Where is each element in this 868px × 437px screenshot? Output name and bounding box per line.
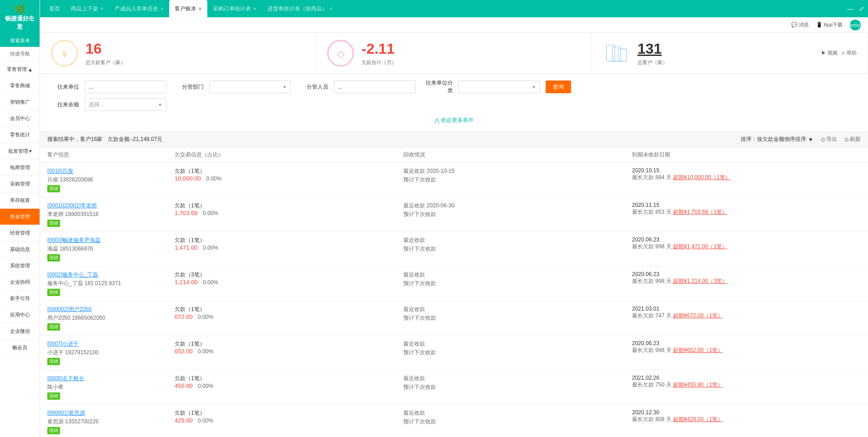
sidebar-item-retail-stats[interactable]: 零售统计 bbox=[0, 127, 40, 143]
table-row: [0006]去下粮仓 陈小希 现销 欠款（1笔） 455.90 0.00% 最近… bbox=[40, 370, 868, 405]
help-button[interactable]: ⊙ 帮助 bbox=[841, 50, 857, 56]
sidebar-item-retail-mgmt[interactable]: 零售管理 ▲ bbox=[0, 61, 40, 78]
debt-info-cell: 欠款（1笔） 1,471.00 0.00% bbox=[175, 236, 403, 251]
tab-stock-history[interactable]: 产成品入库单历史 ✕ bbox=[109, 0, 169, 17]
debt-info-cell: 欠款（1笔） 652.00 0.00% bbox=[175, 340, 403, 355]
maximize-icon[interactable]: ⤢ bbox=[859, 5, 864, 12]
customer-info-cell: [0002]服务中心_丁磊 服务中心_丁磊 181 0125 8371 现销 bbox=[47, 271, 175, 296]
overdue-amount[interactable]: 超期¥1,471.00（1笔） bbox=[673, 243, 728, 250]
sidebar-item-member-center[interactable]: 会员中心 bbox=[0, 111, 40, 127]
refresh-icon: ⊙ bbox=[844, 136, 849, 143]
sidebar-item-basic-info[interactable]: 基础信息 bbox=[0, 241, 40, 258]
customer-contact: 黄思源 13552700226 bbox=[47, 418, 175, 426]
sidebar-item-quick-nav[interactable]: 快捷导航 bbox=[0, 47, 40, 61]
debt-pct: 0.00% bbox=[198, 314, 213, 320]
sidebar-item-vip-member[interactable]: 畅会员 bbox=[0, 340, 40, 356]
customer-tag: 现销 bbox=[47, 185, 60, 192]
sidebar-item-finance[interactable]: 资金管理 bbox=[0, 209, 40, 225]
close-icon[interactable]: ✕ bbox=[160, 6, 164, 11]
refresh-button[interactable]: ⊙ 刷新 bbox=[844, 136, 861, 143]
customer-code[interactable]: [0002]服务中心_丁磊 bbox=[47, 271, 175, 279]
debt-count: 欠款（1笔） bbox=[175, 375, 403, 382]
user-bar: 💬 消息 📱 App下载 demo2 bbox=[40, 17, 868, 33]
overdue-days: 最长欠款 884 天 bbox=[632, 174, 673, 181]
overdue-amount[interactable]: 超期¥1,703.68（1笔） bbox=[673, 209, 728, 215]
filter-select-dept[interactable]: ▼ bbox=[209, 80, 291, 93]
tab-home[interactable]: 首页 bbox=[44, 0, 65, 17]
sidebar-item-search-menu[interactable]: 搜索菜单 bbox=[0, 35, 40, 47]
overdue-amount[interactable]: 超期¥455.90（1笔） bbox=[673, 382, 723, 388]
debt-amount: 1,214.00 bbox=[175, 279, 198, 286]
customer-tag: 现销 bbox=[47, 289, 60, 296]
message-button[interactable]: 💬 消息 bbox=[791, 21, 809, 28]
customer-code[interactable]: [0007]小进干 bbox=[47, 340, 175, 348]
customer-code[interactable]: [000002]用户2050 bbox=[47, 306, 175, 313]
sidebar-item-batch-mgmt[interactable]: 批发管理 ▾ bbox=[0, 143, 40, 160]
debt-info-cell: 欠款（1笔） 455.90 0.00% bbox=[175, 375, 403, 389]
collapse-button[interactable]: ⋀ 收起更多条件 bbox=[47, 115, 861, 126]
collect-info-cell: 最近收款 预计下次收款 bbox=[403, 409, 632, 426]
overdue-amount[interactable]: 超期¥1,214.00（3笔） bbox=[673, 278, 728, 284]
tab-products[interactable]: 商品上下架 ✕ bbox=[65, 0, 109, 17]
sidebar-item-warehouse[interactable]: 库存核算 bbox=[0, 192, 40, 209]
customer-code[interactable]: [0016]吕俊 bbox=[47, 167, 175, 175]
debt-amount: 1,471.00 bbox=[175, 244, 198, 251]
debt-pct: 0.00% bbox=[203, 245, 218, 251]
avatar[interactable]: demo2 bbox=[850, 20, 861, 30]
table-row: [000002]用户2050 用户2050 18665062050 现销 欠款（… bbox=[40, 301, 868, 336]
sidebar-item-enterprise-wechat[interactable]: 企业微信 bbox=[0, 323, 40, 340]
svg-rect-4 bbox=[607, 45, 615, 61]
overdue-amount[interactable]: 超期¥672.00（1笔） bbox=[673, 312, 723, 319]
filter-row-1: 往来单位 ... 分管部门 ▼ 分管人员 ... 往来单位分类 ▼ bbox=[47, 79, 861, 95]
debt-amount: 10,000.00 bbox=[175, 175, 201, 182]
overdue-days: 最长欠款 998 天 bbox=[632, 347, 673, 353]
close-icon[interactable]: ✕ bbox=[329, 6, 333, 11]
phone-icon: 📱 bbox=[816, 22, 823, 27]
query-button[interactable]: 查询 bbox=[546, 80, 571, 93]
tab-bar: 首页 商品上下架 ✕ 产成品入库单历史 ✕ 客户账本 ✕ 采购订单统计表 ✕ 进… bbox=[40, 0, 868, 17]
app-logo[interactable]: 🌿 畅捷通好生意 bbox=[0, 0, 40, 35]
filter-select-unit-type[interactable]: ▼ bbox=[458, 80, 540, 93]
overdue-amount[interactable]: 超期¥10,000.00（1笔） bbox=[673, 174, 731, 181]
customer-code[interactable]: [0006]去下粮仓 bbox=[47, 375, 175, 382]
overdue-amount[interactable]: 超期¥429.00（1笔） bbox=[673, 416, 723, 422]
filter-input-manager[interactable]: ... bbox=[334, 80, 416, 93]
customer-info-cell: [000001]黄思源 黄思源 13552700226 现销 bbox=[47, 409, 175, 434]
sidebar-item-app-center[interactable]: 应用中心 bbox=[0, 307, 40, 323]
debt-count: 欠款（1笔） bbox=[175, 236, 403, 244]
sidebar-item-system-mgmt[interactable]: 系统管理 bbox=[0, 258, 40, 274]
minimize-icon[interactable]: — bbox=[847, 5, 853, 12]
tab-customer-account[interactable]: 客户账本 ✕ bbox=[169, 0, 207, 17]
export-button[interactable]: ⊙ 导出 bbox=[821, 136, 837, 143]
app-download-button[interactable]: 📱 App下载 bbox=[816, 21, 843, 28]
tab-stock-stats[interactable]: 进货单统计表（按商品） ✕ bbox=[262, 0, 338, 17]
stat-card-debt: ◇ -2.11 欠款合计（万） bbox=[316, 33, 592, 73]
next-collect: 预计下次收款 bbox=[403, 349, 632, 357]
filter-input-unit[interactable]: ... bbox=[85, 80, 166, 93]
sort-select[interactable]: 排序：按欠款金额倒序排序 ▼ bbox=[741, 136, 813, 143]
debt-pct: 0.00% bbox=[203, 279, 218, 286]
view-button[interactable]: ▶ 视频 bbox=[821, 50, 838, 56]
sidebar-item-retail-mall[interactable]: 零售商城 bbox=[0, 78, 40, 94]
collect-info-cell: 最近收款 预计下次收款 bbox=[403, 340, 632, 357]
filter-select-balance[interactable]: 选择... ▼ bbox=[85, 98, 166, 111]
overdue-amount[interactable]: 超期¥652.00（1笔） bbox=[673, 347, 723, 353]
close-icon[interactable]: ✕ bbox=[253, 6, 256, 11]
close-icon[interactable]: ✕ bbox=[100, 6, 104, 11]
customer-code[interactable]: [0003]畅捷服务尹海蕊 bbox=[47, 236, 175, 244]
debt-count: 欠款（1笔） bbox=[175, 202, 403, 210]
stat-icon-customers: ¥ bbox=[51, 40, 78, 67]
sidebar-item-ecommerce[interactable]: 电商管理 bbox=[0, 160, 40, 176]
customer-code[interactable]: [0001020001]李老师 bbox=[47, 202, 175, 210]
sidebar-item-purchase-mgmt[interactable]: 采购管理 bbox=[0, 176, 40, 192]
stat-value-debt: -2.11 bbox=[361, 40, 396, 57]
stat-card-total: 131 总客户（家） ▶ 视频 ⊙ 帮助 bbox=[592, 33, 868, 73]
sidebar-item-enterprise-collab[interactable]: 企业协同 bbox=[0, 274, 40, 291]
debt-info-cell: 欠款（1笔） 672.00 0.00% bbox=[175, 306, 403, 320]
sidebar-item-new-guide[interactable]: 新手引导 bbox=[0, 291, 40, 307]
sidebar-item-marketing[interactable]: 营销推广 bbox=[0, 94, 40, 111]
close-icon[interactable]: ✕ bbox=[198, 6, 202, 11]
customer-code[interactable]: [000001]黄思源 bbox=[47, 409, 175, 417]
tab-purchase-order[interactable]: 采购订单统计表 ✕ bbox=[207, 0, 262, 17]
sidebar-item-ops-mgmt[interactable]: 经营管理 bbox=[0, 225, 40, 241]
